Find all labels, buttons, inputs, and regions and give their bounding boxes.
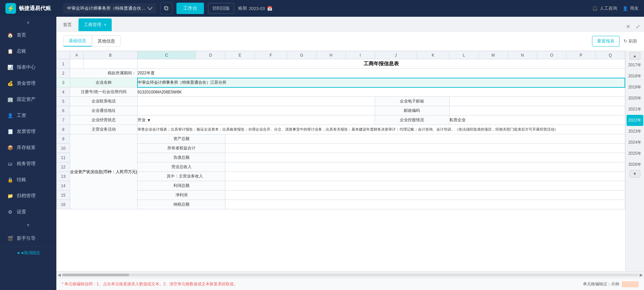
cell-3-value[interactable]: 中审众环会计师事务所（特殊普通合伙）江苏分所: [138, 78, 625, 87]
year-up-arrow[interactable]: ▲: [630, 52, 640, 60]
year-2024[interactable]: 2024年: [627, 137, 643, 148]
cell-title[interactable]: 工商年报信息表: [138, 59, 625, 69]
sidebar-item-invoice[interactable]: 🧾 发票管理: [0, 124, 56, 140]
col-header-F[interactable]: F: [255, 51, 287, 59]
year-2023[interactable]: 2023年: [627, 126, 643, 137]
cell-13-value[interactable]: [225, 172, 625, 181]
sidebar-item-close[interactable]: 🔒 结账: [0, 172, 56, 188]
year-2020[interactable]: 2020年: [627, 93, 643, 104]
cell-15-value[interactable]: [225, 191, 625, 200]
sidebar-item-tax[interactable]: 🗂 税务管理: [0, 156, 56, 172]
year-2025[interactable]: 2025年: [627, 148, 643, 159]
year-2021[interactable]: 2021年: [627, 104, 643, 115]
cell-2-value[interactable]: 2022年度: [138, 69, 625, 78]
year-2026[interactable]: 2026年: [627, 159, 643, 170]
table-row: 12 营业总收入: [57, 162, 625, 172]
scroll-track[interactable]: [62, 274, 638, 276]
sidebar-item-archive[interactable]: 📁 归档管理: [0, 188, 56, 204]
col-header-A[interactable]: A: [70, 51, 84, 59]
col-header-N[interactable]: N: [508, 51, 537, 59]
tab-close-button[interactable]: ×: [104, 22, 106, 27]
row-num-1: 1: [57, 59, 70, 69]
scroll-left-arrow[interactable]: ◀: [58, 273, 61, 277]
reset-report-button[interactable]: 重置报表: [592, 36, 620, 47]
service-button[interactable]: 🎧 人工咨询: [592, 5, 617, 11]
cell-4-value[interactable]: 91320100MA208E5W6K: [138, 87, 625, 97]
tab-basic-info[interactable]: 基础信息: [63, 35, 92, 47]
company-selector[interactable]: 中审众环会计师事务所（特殊普通合伙…: [63, 3, 156, 13]
tab-home[interactable]: 首页: [56, 18, 78, 31]
scroll-right-arrow[interactable]: ▶: [640, 273, 643, 277]
win-expand-button[interactable]: ⤢: [634, 22, 641, 31]
col-header-K[interactable]: K: [417, 51, 449, 59]
col-header-B[interactable]: B: [84, 51, 138, 59]
refresh-button[interactable]: ↻ 刷新: [624, 38, 637, 44]
dropdown-icon[interactable]: ▼: [147, 118, 151, 123]
sidebar-item-guide[interactable]: 🎬 新手引导: [0, 230, 56, 246]
cell-12-value[interactable]: [225, 162, 625, 172]
year-2017[interactable]: 2017年: [627, 60, 643, 71]
cell-14-label: 利润总额: [138, 181, 225, 191]
tabbar: 首页 工商管理 × ✕ ⤢: [56, 17, 644, 31]
cell-6-zip[interactable]: [449, 106, 625, 116]
row-num-7: 7: [57, 116, 70, 125]
sidebar-scroll-up[interactable]: ▲: [0, 17, 56, 27]
horizontal-scrollbar[interactable]: ◀ ▶: [56, 271, 644, 278]
col-header-G[interactable]: G: [287, 51, 316, 59]
sidebar-item-asset[interactable]: 🏢 固定资产: [0, 91, 56, 107]
tab-business-mgmt[interactable]: 工商管理 ×: [78, 18, 112, 31]
cell-14-value[interactable]: [225, 181, 625, 191]
sidebar-item-ledger[interactable]: 📋 总账: [0, 43, 56, 59]
cell-6-address[interactable]: [138, 106, 375, 116]
col-header-P[interactable]: P: [566, 51, 595, 59]
cell-7-status[interactable]: 开业 ▼: [138, 116, 375, 125]
user-button[interactable]: 👤 用友: [623, 5, 639, 11]
cell-1B[interactable]: [84, 59, 138, 69]
col-header-C[interactable]: C: [138, 51, 196, 59]
win-close-button[interactable]: ✕: [625, 22, 632, 31]
cell-10-value[interactable]: [225, 144, 625, 153]
col-header-Q[interactable]: Q: [596, 51, 625, 59]
copy-icon[interactable]: [160, 2, 172, 14]
sidebar-item-report[interactable]: 📊 报表中心: [0, 59, 56, 75]
sidebar-item-inventory[interactable]: 📦 库存核算: [0, 140, 56, 156]
col-header-M[interactable]: M: [479, 51, 508, 59]
cell-11-value[interactable]: [225, 153, 625, 162]
cell-7-holding[interactable]: 私营企业: [449, 116, 625, 125]
col-header-H[interactable]: H: [316, 51, 345, 59]
tab-other-info[interactable]: 其他信息: [92, 35, 121, 47]
year-2019[interactable]: 2019年: [627, 82, 643, 93]
cell-9-value[interactable]: [225, 134, 625, 144]
col-header-O[interactable]: O: [537, 51, 566, 59]
year-panel: ▲ 2017年 2018年 2019年 2020年 2021年 2022年 20…: [625, 51, 644, 271]
year-2022[interactable]: 2022年: [627, 115, 643, 126]
sidebar-scroll-down[interactable]: ▼: [0, 220, 56, 230]
year-2018[interactable]: 2018年: [627, 71, 643, 82]
sidebar: ▲ 🏠 首页 📋 总账 📊 报表中心 💰 资金管理 🏢 固定资产 👤 工资 🧾 …: [0, 17, 56, 290]
year-down-arrow[interactable]: ▼: [630, 170, 640, 177]
cell-16-value[interactable]: [225, 200, 625, 209]
info-tabs: 基础信息 其他信息: [63, 35, 121, 47]
sidebar-item-home[interactable]: 🏠 首页: [0, 27, 56, 43]
col-header-I[interactable]: I: [345, 51, 375, 59]
salary-icon: 👤: [7, 112, 13, 119]
col-header-L[interactable]: L: [449, 51, 478, 59]
col-header-E[interactable]: E: [225, 51, 255, 59]
sidebar-item-fund[interactable]: 💰 资金管理: [0, 75, 56, 91]
tax-icon: 🗂: [7, 160, 13, 167]
cell-5-email[interactable]: [449, 97, 625, 106]
cell-5-phone[interactable]: [138, 97, 375, 106]
sidebar-item-salary[interactable]: 👤 工资: [0, 107, 56, 124]
workbench-button[interactable]: 工作台: [176, 3, 204, 14]
oldver-button[interactable]: 切到旧版: [208, 3, 234, 14]
calendar-icon[interactable]: 📅: [267, 6, 272, 11]
col-header-J[interactable]: J: [375, 51, 417, 59]
cell-16-label: 纳税总额: [138, 200, 225, 209]
cell-8-value[interactable]: 审查企业会计报表；出具审计报告；验证企业资本；出具验资报告；办理企业合开、分立、…: [138, 125, 625, 134]
cell-1A[interactable]: [70, 59, 84, 69]
sheet-main[interactable]: A B C D E F G H I J K L: [56, 51, 625, 271]
sidebar-item-settings[interactable]: ⚙ 设置: [0, 204, 56, 220]
col-header-D[interactable]: D: [196, 51, 225, 59]
scroll-thumb[interactable]: [62, 274, 129, 276]
sidebar-pin-button[interactable]: ◄◄取消固定: [0, 246, 56, 259]
